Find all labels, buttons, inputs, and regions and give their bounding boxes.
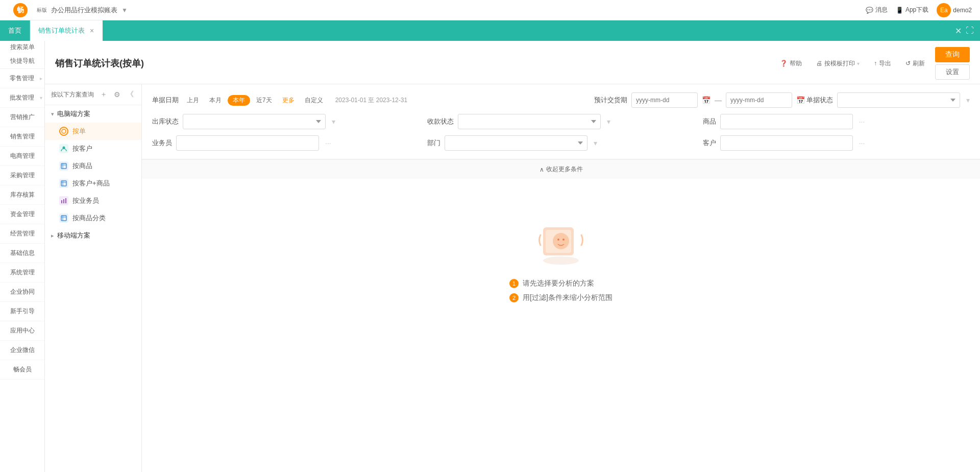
app-download-button[interactable]: 📱 App下载 bbox=[896, 6, 928, 14]
sidebar-item-operations[interactable]: 经营管理 bbox=[0, 224, 44, 244]
tip-num-2: 2 bbox=[509, 293, 519, 302]
print-button[interactable]: 🖨 按模板打印 ▾ bbox=[812, 57, 864, 70]
goods-input[interactable] bbox=[720, 114, 853, 129]
scheme-item-by-order[interactable]: 按单 bbox=[45, 123, 141, 140]
expected-date-end-input[interactable] bbox=[726, 92, 792, 108]
tab-home[interactable]: 首页 bbox=[0, 20, 30, 41]
tab-home-label: 首页 bbox=[8, 26, 21, 35]
sidebar-item-finance[interactable]: 资金管理 bbox=[0, 205, 44, 224]
date-btn-last-month[interactable]: 上月 bbox=[183, 95, 203, 106]
customer-input[interactable] bbox=[720, 135, 853, 151]
collapse-icon: ∧ bbox=[540, 166, 544, 173]
scheme-group-pc-label: 电脑端方案 bbox=[57, 109, 90, 119]
app-title: 办公用品行业模拟账表 bbox=[51, 6, 117, 15]
svg-point-19 bbox=[562, 239, 565, 241]
export-button[interactable]: ↑ 导出 bbox=[870, 57, 895, 70]
chevron-down-icon: ▾ bbox=[40, 95, 42, 101]
tab-sales-stats[interactable]: 销售订单统计表 × bbox=[30, 20, 103, 41]
sidebar-item-enterprise[interactable]: 企业协同 bbox=[0, 282, 44, 302]
add-scheme-icon[interactable]: ＋ bbox=[99, 89, 109, 100]
user-profile[interactable]: Ea demo2 bbox=[937, 3, 972, 17]
sidebar-item-appcenter[interactable]: 应用中心 bbox=[0, 321, 44, 341]
sidebar-item-wechat[interactable]: 企业微信 bbox=[0, 341, 44, 360]
svg-rect-11 bbox=[61, 216, 66, 221]
scheme-group-header-pc[interactable]: ▾ 电脑端方案 bbox=[45, 105, 141, 123]
sidebar-item-basics[interactable]: 基础信息 bbox=[0, 244, 44, 263]
empty-tip-1: 1 请先选择要分析的方案 bbox=[509, 279, 612, 288]
date-btn-this-year[interactable]: 本年 bbox=[228, 95, 250, 106]
sidebar-quick-nav[interactable]: 快捷导航 bbox=[0, 54, 44, 69]
tab-close-all-button[interactable]: ✕ bbox=[955, 26, 962, 36]
sidebar-item-system[interactable]: 系统管理 bbox=[0, 263, 44, 282]
sidebar: 搜索菜单 快捷导航 零售管理 ▸ 批发管理 ▾ 营销推广 销售管理 电商管理 采… bbox=[0, 41, 45, 472]
date-btn-more[interactable]: 更多 bbox=[278, 95, 299, 106]
department-label: 部门 bbox=[427, 138, 440, 148]
collapse-label: 收起更多条件 bbox=[546, 165, 583, 174]
scheme-item-by-customer-goods[interactable]: 按客户+商品 bbox=[45, 175, 141, 192]
department-more-icon[interactable]: ▾ bbox=[594, 139, 597, 147]
help-icon: ❓ bbox=[780, 60, 788, 67]
scheme-panel-actions: ＋ ⚙ 《 bbox=[99, 89, 135, 100]
payment-more-icon[interactable]: ▾ bbox=[607, 117, 610, 126]
tab-sales-stats-label: 销售订单统计表 bbox=[38, 26, 85, 35]
sidebar-item-marketing[interactable]: 营销推广 bbox=[0, 108, 44, 127]
sidebar-search-button[interactable]: 搜索菜单 bbox=[0, 41, 44, 54]
filter-section-main: 单据日期 上月 本月 本年 近7天 更多 自定义 2023-01-01 至 20… bbox=[142, 84, 980, 159]
date-quick-buttons: 上月 本月 本年 近7天 更多 自定义 bbox=[183, 95, 327, 106]
sidebar-item-member[interactable]: 畅会员 bbox=[0, 360, 44, 380]
sidebar-item-wholesale[interactable]: 批发管理 ▾ bbox=[0, 88, 44, 108]
collapse-bar[interactable]: ∧ 收起更多条件 bbox=[142, 159, 980, 179]
date-range-display: 2023-01-01 至 2023-12-31 bbox=[335, 96, 407, 105]
scheme-group-header-mobile[interactable]: ▸ 移动端方案 bbox=[45, 227, 141, 244]
empty-tip-1-text: 请先选择要分析的方案 bbox=[523, 279, 594, 288]
expected-date-start-input[interactable] bbox=[631, 92, 698, 108]
sidebar-item-inventory[interactable]: 库存核算 bbox=[0, 185, 44, 205]
scheme-item-by-category[interactable]: 按商品分类 bbox=[45, 209, 141, 227]
payment-status-label: 收款状态 bbox=[427, 117, 454, 126]
help-button[interactable]: ❓ 帮助 bbox=[776, 57, 806, 70]
settings-button[interactable]: 设置 bbox=[935, 64, 970, 80]
calendar-start-icon[interactable]: 📅 bbox=[702, 96, 710, 104]
doc-status-select[interactable] bbox=[837, 92, 960, 108]
sidebar-item-purchase[interactable]: 采购管理 bbox=[0, 166, 44, 185]
scheme-item-by-goods[interactable]: 按商品 bbox=[45, 157, 141, 175]
salesperson-input[interactable] bbox=[176, 135, 319, 151]
message-button[interactable]: 💬 消息 bbox=[866, 6, 888, 14]
settings-scheme-icon[interactable]: ⚙ bbox=[112, 89, 122, 100]
sidebar-item-ecommerce[interactable]: 电商管理 bbox=[0, 147, 44, 166]
calendar-end-icon[interactable]: 📅 bbox=[796, 96, 805, 104]
app-title-arrow[interactable]: ▼ bbox=[121, 7, 128, 14]
svg-rect-2 bbox=[61, 163, 66, 169]
salesperson-more-icon[interactable]: ··· bbox=[325, 139, 331, 147]
app-download-label: App下载 bbox=[905, 6, 928, 14]
logo-icon: 畅 bbox=[13, 3, 28, 17]
sidebar-item-sales[interactable]: 销售管理 bbox=[0, 127, 44, 147]
date-btn-custom[interactable]: 自定义 bbox=[301, 95, 327, 106]
scheme-item-by-salesperson[interactable]: 按业务员 bbox=[45, 192, 141, 209]
date-btn-last-7days[interactable]: 近7天 bbox=[252, 95, 276, 106]
empty-tips: 1 请先选择要分析的方案 2 用[过滤]条件来缩小分析范围 bbox=[509, 279, 612, 302]
query-button[interactable]: 查询 bbox=[935, 47, 970, 62]
scheme-item-goods-label: 按商品 bbox=[72, 161, 92, 171]
tab-close-icon[interactable]: × bbox=[90, 27, 94, 35]
department-select[interactable] bbox=[445, 135, 587, 151]
refresh-button[interactable]: ↺ 刷新 bbox=[901, 57, 929, 70]
customer-more-icon[interactable]: ··· bbox=[859, 139, 865, 147]
doc-status-more-icon[interactable]: ▾ bbox=[966, 96, 970, 104]
shipping-status-select[interactable] bbox=[183, 114, 326, 129]
tab-maximize-button[interactable]: ⛶ bbox=[966, 26, 974, 35]
sidebar-item-retail[interactable]: 零售管理 ▸ bbox=[0, 69, 44, 88]
shipping-more-icon[interactable]: ▾ bbox=[332, 117, 335, 126]
content-right: 单据日期 上月 本月 本年 近7天 更多 自定义 2023-01-01 至 20… bbox=[142, 84, 980, 472]
payment-status-select[interactable] bbox=[458, 114, 601, 129]
scheme-item-by-customer[interactable]: 按客户 bbox=[45, 140, 141, 157]
group-expand-icon: ▾ bbox=[51, 111, 54, 117]
scheme-item-cg-label: 按客户+商品 bbox=[72, 179, 110, 188]
sidebar-item-newbie[interactable]: 新手引导 bbox=[0, 302, 44, 321]
empty-illustration bbox=[530, 209, 592, 271]
goods-more-icon[interactable]: ··· bbox=[859, 117, 865, 126]
message-icon: 💬 bbox=[866, 7, 873, 14]
empty-tip-2: 2 用[过滤]条件来缩小分析范围 bbox=[509, 293, 612, 302]
date-btn-this-month[interactable]: 本月 bbox=[205, 95, 226, 106]
collapse-scheme-icon[interactable]: 《 bbox=[125, 89, 135, 100]
